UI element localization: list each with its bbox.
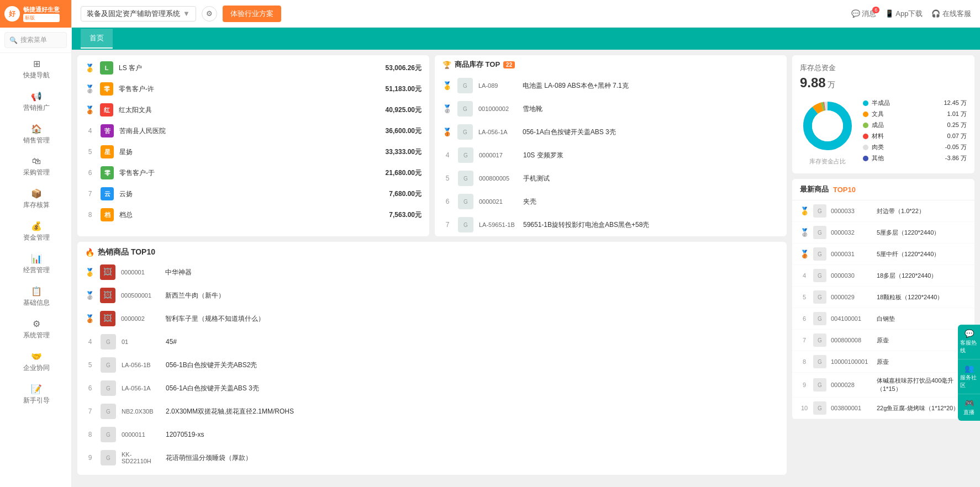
new-product-rank: 🥉 [800, 250, 809, 258]
new-products-panel: 最新商品 TOP10 🥇 G 0000033 封边带（1.0*22）🥈 G 00… [792, 179, 974, 419]
product-code: 01 [122, 338, 160, 345]
product-name: 59651-1B旋转投影灯电池盒ABS黑色+58壳 [523, 220, 779, 230]
legend-item: 半成品 12.45 万 [863, 99, 967, 107]
sidebar-item-sales[interactable]: 🏠 销售管理 [0, 118, 71, 151]
product-code: 0000011 [122, 431, 160, 438]
float-customer-service-button[interactable]: 💬 客服热线 [958, 325, 980, 359]
customer-amount: 51,183.00元 [386, 84, 421, 94]
sidebar: 好 畅捷通好生意 标版 🔍 搜索菜单 ⊞ 快捷导航📢 营销推广🏠 销售管理🛍 采… [0, 0, 72, 487]
customer-avatar: 星 [101, 145, 114, 158]
sidebar-item-cooperation[interactable]: 🤝 企业协同 [0, 346, 71, 378]
rank-bronze-icon: 🥉 [85, 314, 94, 323]
new-product-code: 0000028 [831, 382, 872, 388]
new-product-item: 9 G 0000028 体碱嘉枝味苏打饮品400毫升（1*15） [792, 373, 974, 398]
legend-name: 成品 [872, 121, 944, 129]
inventory-top-panel: 🏆 商品库存 TOP 22 🥇 G LA-089 电池盖 LA-089 ABS本… [435, 55, 787, 236]
rank-item: 🥉 红 红太阳文具 40,925.00元 [77, 99, 429, 120]
float-live-help-button[interactable]: 🎮 直播 [958, 394, 980, 421]
sidebar-item-marketing[interactable]: 📢 营销推广 [0, 86, 71, 118]
legend-dot [863, 134, 868, 139]
product-name: 2.0X30MM双搓花轴,搓花直径2.1MM/ROHS [166, 407, 779, 416]
new-product-name: 18多层（1220*2440） [877, 272, 967, 280]
customer-avatar: 档 [101, 208, 114, 221]
hot-product-item: 7 G NB2.0X30B 2.0X30MM双搓花轴,搓花直径2.1MM/ROH… [77, 400, 787, 423]
customer-amount: 36,600.00元 [386, 126, 421, 136]
new-product-thumbnail: G [813, 204, 826, 218]
app-download-link[interactable]: 📱 App下载 [885, 9, 923, 19]
tab-home[interactable]: 首页 [81, 29, 113, 49]
trial-button[interactable]: 体验行业方案 [223, 6, 281, 22]
new-product-code: 000800008 [831, 337, 872, 343]
inventory-capital-title: 库存总资金 [800, 63, 967, 73]
nav-icon-cooperation: 🤝 [31, 351, 42, 362]
product-code: LA-056-1A [122, 385, 160, 391]
sidebar-item-operations[interactable]: 📊 经营管理 [0, 248, 71, 280]
customer-avatar: 零 [101, 166, 114, 179]
legend-item: 其他 -3.86 万 [863, 154, 967, 162]
rank-number: 6 [85, 169, 95, 177]
legend-value: 0.07 万 [947, 132, 967, 140]
new-product-rank: 4 [800, 272, 809, 279]
sidebar-item-system[interactable]: ⚙ 系统管理 [0, 313, 71, 346]
sidebar-item-purchase[interactable]: 🛍 采购管理 [0, 151, 71, 183]
new-product-thumbnail: G [813, 290, 826, 304]
new-product-code: 0000033 [831, 208, 872, 214]
customer-amount: 7,563.00元 [389, 210, 421, 220]
product-code: KK-SD22110H [122, 451, 160, 464]
legend-dot [863, 100, 868, 106]
rank-number: 4 [85, 127, 95, 135]
rank-silver-icon: 🥈 [442, 104, 452, 113]
hot-products-panel: 🔥 热销商品 TOP10 🥇 🖼 0000001 中华神器🥈 🖼 0005000… [77, 242, 787, 475]
sidebar-item-basic-info[interactable]: 📋 基础信息 [0, 280, 71, 313]
legend-item: 肉类 -0.05 万 [863, 143, 967, 151]
product-code: 0000001 [121, 269, 160, 276]
product-thumbnail: G [457, 124, 473, 140]
new-product-name: 白钢垫 [877, 315, 967, 323]
online-service-link[interactable]: 🎧 在线客服 [931, 9, 971, 19]
product-name: 夹壳 [523, 197, 779, 207]
tab-bar: 首页 [72, 28, 980, 50]
rank-gold-icon: 🥇 [85, 63, 94, 72]
legend-name: 肉类 [872, 143, 942, 151]
customer-avatar: 零 [100, 82, 113, 96]
nav-icon-sales: 🏠 [31, 124, 42, 134]
system-name: 装备及固定资产辅助管理系统 ▼ [81, 6, 196, 22]
new-product-item: 🥈 G 0000032 5厘多层（1220*2440） [792, 222, 974, 244]
rank-number: 9 [85, 454, 95, 462]
new-product-name: 封边带（1.0*22） [877, 207, 967, 215]
sidebar-search-area: 🔍 搜索菜单 [0, 28, 71, 53]
new-product-thumbnail: G [813, 226, 826, 239]
settings-button[interactable]: ⚙ [202, 6, 217, 22]
customer-amount: 53,006.26元 [386, 63, 421, 73]
sidebar-item-quick-nav[interactable]: ⊞ 快捷导航 [0, 53, 71, 86]
new-product-code: 0000030 [831, 272, 872, 279]
sidebar-item-inventory[interactable]: 📦 库存核算 [0, 183, 71, 215]
product-thumbnail: G [101, 334, 116, 350]
rank-number: 6 [442, 198, 452, 205]
nav-label-basic-info: 基础信息 [23, 298, 50, 308]
product-name: 雪地靴 [523, 104, 779, 114]
product-thumbnail: G [458, 194, 473, 209]
nav-label-operations: 经营管理 [23, 266, 50, 275]
product-name: 智利车子里（规格不知道填什么） [165, 314, 779, 324]
sidebar-item-guide[interactable]: 📝 新手引导 [0, 378, 71, 411]
rank-number: 7 [85, 190, 95, 198]
nav-label-system: 系统管理 [23, 331, 50, 340]
new-product-rank: 8 [800, 358, 809, 365]
legend-value: 12.45 万 [944, 99, 967, 107]
new-product-item: 10 G 003800001 22g鱼豆腐-烧烤味（1*12*20） [792, 398, 974, 419]
customer-avatar: L [100, 61, 113, 75]
product-thumbnail: G [458, 171, 473, 186]
search-menu-button[interactable]: 🔍 搜索菜单 [4, 32, 67, 48]
float-service-community-button[interactable]: 👥 服务社区 [958, 359, 980, 394]
nav-label-cooperation: 企业协同 [23, 363, 50, 373]
product-thumbnail: G [101, 450, 116, 465]
customer-avatar: 红 [100, 103, 113, 117]
sidebar-item-finance[interactable]: 💰 资金管理 [0, 215, 71, 248]
customer-name: 档总 [119, 210, 383, 220]
nav-label-marketing: 营销推广 [23, 103, 50, 113]
product-name: 056-1A白色按键开关盖ABS 3壳 [166, 384, 779, 393]
legend-dot [863, 145, 868, 150]
message-badge-area[interactable]: 💬 消息 6 [851, 9, 877, 19]
new-product-thumbnail: G [813, 378, 826, 391]
